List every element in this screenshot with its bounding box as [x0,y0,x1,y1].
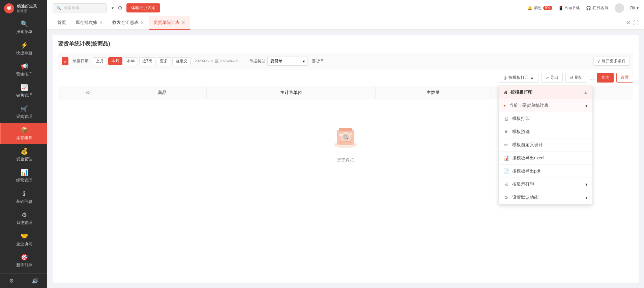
type-select[interactable]: 要货单 ▾ [267,57,308,66]
sidebar-item-operations[interactable]: 📊 经营管理 [0,165,47,187]
dropdown-item-template-design[interactable]: ✏模板自定义设计 [499,138,592,152]
messages-button[interactable]: 🔔 消息 99+ [527,5,552,11]
purchase-icon: 🛒 [21,105,28,113]
template-excel-icon: 📊 [503,155,509,161]
refresh-icon: ↺ [570,75,573,80]
sidebar-item-purchase[interactable]: 🛒 采购管理 [0,102,47,123]
chevron-up-icon: ▲ [584,90,588,95]
date-btn-本月[interactable]: 本月 [108,57,122,65]
filter-type: 单据类型 要货单 ▾ [249,57,308,66]
tab-inventory-batch[interactable]: 库存批次账✕ [71,16,108,30]
search-input[interactable]: 🔍 搜索菜单 [53,3,107,12]
query-button[interactable]: 查询 [597,73,614,83]
printer-icon: 🖨 [503,75,507,80]
trial-button[interactable]: 体验行业方案 [126,3,160,12]
sidebar-item-label: 采购管理 [16,114,32,120]
dropdown-group-set-default[interactable]: ⚙ 设置默认功能 ▾ [499,191,592,204]
date-btn-自定义[interactable]: 自定义 [172,57,191,65]
chevron-up-icon: ▲ [530,75,534,80]
sidebar-item-collab[interactable]: 🤝 企业协同 [0,229,47,250]
sidebar-bottom-settings[interactable]: ⚙ [9,278,14,284]
search-icon: 🔍 [21,20,28,28]
online-service-button[interactable]: 🎧 在线客服 [586,5,609,11]
date-btn-上月[interactable]: 上月 [93,57,107,65]
col-header-settings[interactable]: ⚙ [58,86,118,99]
sidebar-item-label: 库存核算 [16,135,32,141]
tab-close-order-stats[interactable]: ✕ [182,20,185,25]
tab-label: 库存批次账 [76,20,97,26]
sidebar-item-search[interactable]: 🔍 搜索菜单 [0,17,47,38]
sidebar-item-label: 搜索菜单 [16,29,32,35]
template-pdf-icon: 📄 [503,168,509,174]
sidebar-item-system[interactable]: ⚙ 系统管理 [0,208,47,229]
app-logo: 畅 畅通好生意 标准版 [0,0,47,17]
topbar: 🔍 搜索菜单 ▾ ⚙ 体验行业方案 🔔 消息 99+ 📱 App下载 🎧 在线客… [47,0,644,16]
chevron-down-icon: ▾ [585,103,588,108]
sidebar: 畅 畅通好生意 标准版 🔍 搜索菜单 ⚡ 快捷导航 📢 营销推广 📈 销售管理 … [0,0,47,288]
empty-icon: 🔍 [329,120,362,153]
tab-close-inventory-batch[interactable]: ✕ [99,20,103,25]
chevron-down-icon: ▾ [585,195,588,200]
template-preview-icon: 👁 [503,129,509,134]
settings-icon[interactable]: ⚙ [118,5,122,11]
dropdown-current[interactable]: ● 当前：要货单统计表 ▾ [499,99,592,112]
content-area: 要货单统计表(按商品) « 单据日期 上月本月本年近7天更多自定义 2023-0… [47,30,644,288]
chevron-down-icon: ∨ [597,59,600,64]
dropdown-groups: 🖨 按显示打印 ▾ ⚙ 设置默认功能 ▾ [499,178,592,204]
sidebar-item-basic[interactable]: ℹ 基础信息 [0,187,47,208]
export-button[interactable]: ↗ 导出 [541,73,563,83]
tab-label: 首页 [57,20,66,26]
expand-more-button[interactable]: ∨ 展开更多条件 [593,57,630,66]
toolbar: 🖨 按模板打印 ▲ ↗ 导出 ↺ 刷新 ... 查询 设置 [58,73,633,83]
sidebar-item-marketing[interactable]: 📢 营销推广 [0,59,47,81]
more-button[interactable]: ... [590,75,594,81]
sidebar-item-label: 资金管理 [16,156,32,162]
dropdown-item-template-print[interactable]: 🖨模板打印 [499,112,592,125]
dropdown-item-template-pdf[interactable]: 📄按模板导出pdf [499,165,592,178]
user-name[interactable]: Rit ▾ [630,6,639,10]
date-btn-近7天[interactable]: 近7天 [139,57,156,65]
col-header-quantity: 主数量 [376,86,491,99]
tab-close-receipt-summary[interactable]: ✕ [141,20,144,25]
close-all-icon[interactable]: ✕ [626,20,631,26]
dropdown-items: 🖨模板打印👁模板预览✏模板自定义设计📊按模板导出excel📄按模板导出pdf [499,112,592,178]
sidebar-bottom-audio[interactable]: 🔊 [32,278,38,284]
app-download-button[interactable]: 📱 App下载 [558,5,580,11]
tab-label: 要货单统计表 [153,20,180,26]
date-btn-更多[interactable]: 更多 [157,57,171,65]
display-print-icon: 🖨 [503,182,509,187]
topbar-dropdown[interactable]: ▾ [111,6,114,10]
sidebar-item-quicknav[interactable]: ⚡ 快捷导航 [0,38,47,59]
print-button[interactable]: 🖨 按模板打印 ▲ [499,73,538,83]
expand-icon[interactable]: ⛶ [633,20,639,26]
sidebar-item-guide[interactable]: 🎯 新手引导 [0,250,47,271]
avatar[interactable] [615,3,624,13]
refresh-button[interactable]: ↺ 刷新 [565,73,587,83]
sidebar-item-sales[interactable]: 📈 销售管理 [0,81,47,102]
dropdown-panel: 🖨 按模板打印 ▲ ● 当前：要货单统计表 ▾ 🖨模板打印👁模板预览✏模板自定义… [498,86,593,204]
sidebar-item-inventory[interactable]: 📦 库存核算 [0,123,47,144]
chevron-down-icon: ▾ [637,6,639,10]
sidebar-bottom: ⚙🔊 [0,273,47,288]
dropdown-header[interactable]: 🖨 按模板打印 ▲ [499,86,592,99]
template-design-icon: ✏ [503,142,509,148]
col-header-product: 商品 [118,86,207,99]
marketing-icon: 📢 [21,63,28,70]
inventory-icon: 📦 [21,126,28,134]
date-btn-本年[interactable]: 本年 [124,57,138,65]
tab-receipt-summary[interactable]: 收发存汇总表✕ [108,16,149,30]
dropdown-item-template-excel[interactable]: 📊按模板导出excel [499,152,592,165]
system-icon: ⚙ [22,211,27,219]
topbar-right: 🔔 消息 99+ 📱 App下载 🎧 在线客服 Rit ▾ [527,3,639,13]
date-label: 单据日期 [72,58,89,64]
filter-expand-button[interactable]: « [62,57,68,65]
chevron-down-icon: ▾ [303,59,305,64]
tab-order-stats[interactable]: 要货单统计表✕ [149,16,190,30]
bell-icon: 🔔 [527,6,532,10]
printer-icon: 🖨 [503,90,508,95]
tab-home[interactable]: 首页 [53,16,71,30]
dropdown-group-display-print[interactable]: 🖨 按显示打印 ▾ [499,178,592,191]
sidebar-item-finance[interactable]: 💰 资金管理 [0,144,47,165]
settings-button[interactable]: 设置 [616,73,633,83]
dropdown-item-template-preview[interactable]: 👁模板预览 [499,125,592,138]
